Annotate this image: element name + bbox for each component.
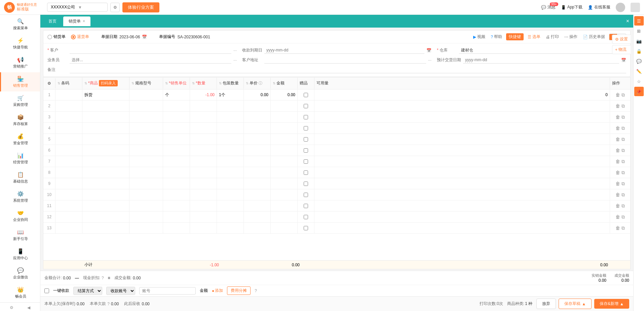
sidebar-item-basic[interactable]: 📋 基础信息 <box>0 168 40 187</box>
price-sort-icon[interactable]: ⇅ <box>246 81 249 85</box>
window-close-button[interactable]: × <box>625 17 631 25</box>
due-date-input[interactable] <box>264 47 424 54</box>
print-button[interactable]: 🖨 打印 <box>544 33 560 40</box>
spec-sort-icon[interactable]: ⇅ <box>131 81 134 85</box>
copy-icon-12[interactable]: ⧉ <box>621 214 625 220</box>
one-click-payment-checkbox[interactable] <box>44 288 49 293</box>
copy-icon-4[interactable]: ⧉ <box>621 125 625 131</box>
rp-photo-button[interactable]: 📷 <box>634 36 644 46</box>
delete-icon-1[interactable]: 🗑 <box>615 92 620 98</box>
tab-home[interactable]: 首页 <box>43 16 62 26</box>
rp-comment-button[interactable]: 💬 <box>634 56 644 66</box>
scan-button[interactable]: 扫码录入 <box>99 80 118 86</box>
discount-info-icon[interactable]: ? <box>102 276 104 280</box>
online-service-button[interactable]: 👤 在线客服 <box>588 4 610 10</box>
salesperson-dots-button[interactable]: ··· <box>233 58 237 63</box>
td-unit-2[interactable] <box>163 101 190 111</box>
settings-gear-button[interactable]: ⚙ <box>110 3 120 12</box>
save-draft-button[interactable]: 保存草稿 ▲ <box>559 299 592 309</box>
td-spec-1[interactable] <box>129 89 163 100</box>
sidebar-item-member[interactable]: 👑 畅会员 <box>0 283 40 302</box>
due-date-calendar-icon[interactable]: 📅 <box>426 48 431 53</box>
customer-addr-dots-button[interactable]: ··· <box>428 58 431 63</box>
abandon-button[interactable]: 放弃 <box>536 299 556 309</box>
setup-button[interactable]: ⚙ 设置 <box>612 35 631 44</box>
price-info-icon[interactable]: ⓘ <box>259 81 262 86</box>
sidebar-item-search[interactable]: 🔍 搜索菜单 <box>0 15 40 34</box>
account-select[interactable]: 收款账号 <box>106 287 135 295</box>
warehouse-input[interactable] <box>459 47 621 54</box>
td-spec-2[interactable] <box>129 101 163 111</box>
user-avatar[interactable] <box>616 3 625 12</box>
copy-icon-10[interactable]: ⧉ <box>621 192 625 198</box>
copy-icon-5[interactable]: ⧉ <box>621 137 625 142</box>
notes-input[interactable] <box>70 66 626 73</box>
help-button[interactable]: ? 帮助 <box>489 33 503 40</box>
history-button[interactable]: 📄 历史单据 <box>581 33 606 40</box>
delete-icon-12[interactable]: 🗑 <box>615 214 620 220</box>
td-amount-2[interactable] <box>271 101 298 111</box>
video-button[interactable]: ▶ 视频 <box>472 33 487 40</box>
td-barcode-1[interactable] <box>55 89 82 100</box>
sidebar-item-operations[interactable]: 📊 经营管理 <box>0 149 40 168</box>
pkg-sort-icon[interactable]: ⇅ <box>219 81 222 85</box>
delete-icon-7[interactable]: 🗑 <box>615 159 620 164</box>
rp-edit-button[interactable]: ✏️ <box>634 67 644 76</box>
select-button[interactable]: ☰ 选单 <box>526 33 542 40</box>
salesperson-input[interactable] <box>70 56 231 64</box>
rp-pin-button[interactable]: 📌 <box>634 87 644 96</box>
delete-icon-13[interactable]: 🗑 <box>615 225 620 231</box>
delete-icon-10[interactable]: 🗑 <box>615 192 620 197</box>
td-barcode-2[interactable] <box>55 101 82 111</box>
copy-icon-3[interactable]: ⧉ <box>621 114 625 120</box>
sidebar-item-app-center[interactable]: 📱 应用中心 <box>0 245 40 264</box>
qty-sort-icon[interactable]: ⇅ <box>192 81 195 85</box>
calendar-icon[interactable]: 📅 <box>142 35 147 39</box>
td-pkg-2[interactable] <box>217 101 244 111</box>
radio-sales-order[interactable]: 销货单 <box>47 34 66 40</box>
sidebar-item-quick-nav[interactable]: ⚡ 快捷导航 <box>0 34 40 53</box>
sidebar-item-guide[interactable]: 📖 新手引导 <box>0 226 40 245</box>
user-menu-button[interactable] <box>631 3 640 12</box>
delete-icon-5[interactable]: 🗑 <box>615 137 620 142</box>
rp-lock-button[interactable]: 🔒 <box>634 46 644 56</box>
company-selector[interactable]: XXXXXX公司 ▼ <box>47 3 108 12</box>
copy-icon-8[interactable]: ⧉ <box>621 170 625 176</box>
td-gift-2[interactable] <box>298 101 314 111</box>
sidebar-collapse-icon[interactable]: ◀ <box>27 305 30 310</box>
sidebar-item-purchase[interactable]: 🛒 采购管理 <box>0 91 40 111</box>
tab-close-icon[interactable]: × <box>83 19 85 24</box>
tab-sales-order[interactable]: 销货单 × <box>63 16 90 26</box>
copy-icon-1[interactable]: ⧉ <box>621 92 625 98</box>
copy-icon-7[interactable]: ⧉ <box>621 159 625 164</box>
save-new-button[interactable]: 保存&新增 ▲ <box>594 299 629 309</box>
shortcut-button[interactable]: 快捷键 <box>506 33 524 40</box>
delete-icon-3[interactable]: 🗑 <box>615 114 620 120</box>
radio-return-order[interactable]: 退货单 <box>71 34 89 40</box>
settlement-method-select[interactable]: 结算方式 <box>73 287 102 295</box>
td-gift-1[interactable] <box>298 89 314 100</box>
delete-icon-4[interactable]: 🗑 <box>615 125 620 131</box>
owe-info-icon[interactable]: ? <box>107 302 110 306</box>
unit-sort-icon[interactable]: ⇅ <box>165 81 168 85</box>
sidebar-item-marketing[interactable]: 📢 营销推广 <box>0 53 40 72</box>
delete-icon-9[interactable]: 🗑 <box>615 181 620 186</box>
payment-help-icon[interactable]: ? <box>255 288 257 293</box>
customer-dots-button[interactable]: ··· <box>233 48 237 53</box>
delete-icon-8[interactable]: 🗑 <box>615 170 620 175</box>
td-product-2[interactable] <box>82 101 129 111</box>
delete-icon-11[interactable]: 🗑 <box>615 203 620 208</box>
amount-sort-icon[interactable]: ⇅ <box>273 81 275 85</box>
barcode-sort-icon[interactable]: ⇅ <box>58 81 60 85</box>
sidebar-gear-icon[interactable]: ⚙ <box>10 305 13 310</box>
app-download-button[interactable]: 📱 App下载 <box>561 4 582 10</box>
sidebar-item-inventory[interactable]: 📦 库存核算 <box>0 111 40 130</box>
gift-checkbox-2[interactable] <box>304 104 308 108</box>
copy-icon-9[interactable]: ⧉ <box>621 181 625 187</box>
customer-input[interactable] <box>70 47 231 54</box>
est-delivery-calendar-icon[interactable]: 📅 <box>621 58 626 63</box>
td-price-1[interactable]: 0.00 <box>244 89 271 100</box>
gift-checkbox-1[interactable] <box>304 93 308 97</box>
td-unit-1[interactable]: 个 <box>163 89 190 100</box>
rp-list-view-button[interactable]: ☰ <box>634 16 644 26</box>
